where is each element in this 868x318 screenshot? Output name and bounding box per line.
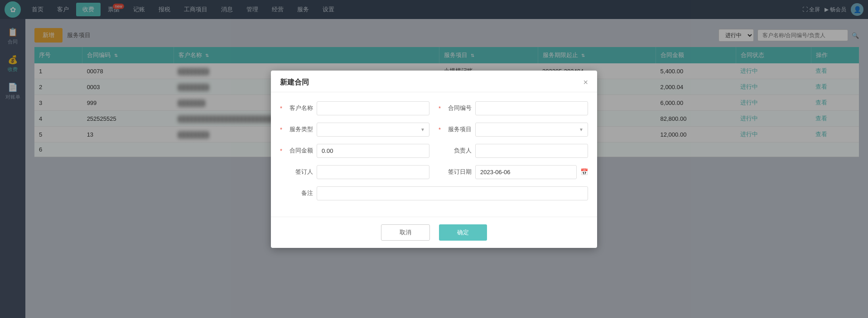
modal-header: 新建合同 ×: [271, 71, 597, 92]
sign-date-input[interactable]: [475, 165, 577, 179]
contract-code-input[interactable]: [475, 101, 588, 115]
form-group-service-type: * 服务类型: [280, 123, 429, 137]
required-star-service-type: *: [280, 126, 282, 133]
contract-code-label: 合同编号: [444, 104, 472, 112]
customer-name-input[interactable]: [317, 101, 429, 115]
form-group-sign-date: * 签订日期 📅: [439, 165, 588, 179]
service-item-select-wrapper: [475, 123, 588, 137]
form-group-remark: * 备注: [280, 186, 588, 200]
spacer-responsible: *: [439, 147, 441, 154]
contract-amount-input[interactable]: [317, 144, 429, 158]
responsible-label: 负责人: [444, 147, 472, 155]
form-row-3: * 合同金额 * 负责人: [280, 144, 588, 158]
signatory-input[interactable]: [317, 165, 429, 179]
signatory-label: 签订人: [286, 168, 313, 176]
modal-footer: 取消 确定: [271, 217, 597, 248]
cancel-button[interactable]: 取消: [381, 224, 430, 241]
responsible-input[interactable]: [475, 144, 588, 158]
form-group-responsible: * 负责人: [439, 144, 588, 158]
modal-overlay[interactable]: 新建合同 × * 客户名称 * 合同编号 *: [0, 0, 868, 318]
form-row-4: * 签订人 * 签订日期 📅: [280, 165, 588, 179]
form-row-1: * 客户名称 * 合同编号: [280, 101, 588, 115]
modal-title: 新建合同: [280, 78, 309, 87]
form-group-customer: * 客户名称: [280, 101, 429, 115]
contract-amount-label: 合同金额: [286, 147, 313, 155]
service-type-label: 服务类型: [286, 125, 313, 133]
spacer-remark: *: [280, 190, 282, 197]
sign-date-label: 签订日期: [444, 168, 472, 176]
form-group-signatory: * 签订人: [280, 165, 429, 179]
required-star-amount: *: [280, 147, 282, 154]
confirm-button[interactable]: 确定: [439, 224, 487, 241]
form-group-contract-code: * 合同编号: [439, 101, 588, 115]
new-contract-modal: 新建合同 × * 客户名称 * 合同编号 *: [271, 71, 597, 248]
form-row-2: * 服务类型 * 服务项目: [280, 123, 588, 137]
spacer-date: *: [439, 169, 441, 176]
modal-close-button[interactable]: ×: [583, 78, 588, 87]
service-type-select[interactable]: [317, 123, 429, 137]
required-star-service-item: *: [439, 126, 441, 133]
required-star-customer: *: [280, 105, 282, 112]
spacer-signatory: *: [280, 169, 282, 176]
modal-body: * 客户名称 * 合同编号 * 服务类型: [271, 92, 597, 217]
calendar-icon[interactable]: 📅: [580, 168, 588, 176]
remark-label: 备注: [286, 189, 313, 197]
required-star-code: *: [439, 105, 441, 112]
service-type-select-wrapper: [317, 123, 429, 137]
form-row-5: * 备注: [280, 186, 588, 200]
form-group-amount: * 合同金额: [280, 144, 429, 158]
service-item-select[interactable]: [475, 123, 588, 137]
remark-input[interactable]: [317, 186, 588, 200]
service-item-label: 服务项目: [444, 125, 472, 133]
customer-name-label: 客户名称: [286, 104, 313, 112]
form-group-service-item: * 服务项目: [439, 123, 588, 137]
